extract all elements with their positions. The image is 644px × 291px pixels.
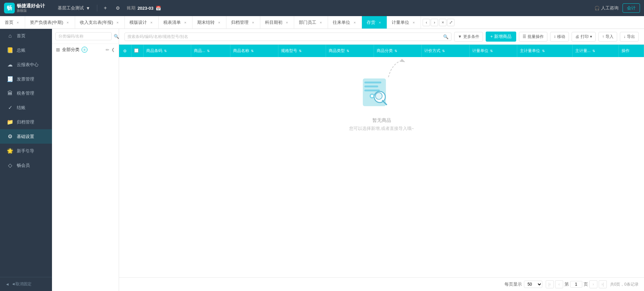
col-code[interactable]: 商品... ⇅	[191, 45, 230, 57]
app-name: 畅捷通好会计	[17, 3, 45, 9]
tab-counterpart-close[interactable]: ×	[352, 20, 357, 25]
sidebar-guide-label: 新手引导	[17, 148, 34, 154]
tab-home-close[interactable]: ×	[15, 20, 20, 25]
sidebar-item-guide[interactable]: 🌟 新手引导	[0, 144, 52, 158]
tab-close-all-button[interactable]: ×	[439, 19, 446, 26]
tab-taxclear-close[interactable]: ×	[183, 20, 187, 25]
tab-archive-label: 归档管理	[231, 19, 249, 26]
sidebar: ⌂ 首页 📒 总账 ☁ 云报表中心 🧾 发票管理 🏛 税务管理 ✓ 结账 📁 归…	[0, 29, 52, 291]
sidebar-item-ledger[interactable]: 📒 总账	[0, 43, 52, 57]
col-spec[interactable]: 规格型号 ⇅	[278, 45, 326, 57]
tab-subject[interactable]: 科目期初 ×	[260, 16, 294, 29]
tab-period-end-close[interactable]: ×	[217, 20, 221, 25]
svg-marker-0	[400, 59, 405, 62]
tab-dept-label: 部门员工	[299, 19, 316, 26]
col-price-method[interactable]: 计价方式 ⇅	[422, 45, 470, 57]
settings-button[interactable]: ⚙	[113, 3, 123, 13]
category-edit-button[interactable]: ✏	[106, 47, 109, 52]
calendar-icon[interactable]: 📅	[156, 6, 161, 11]
category-add-button[interactable]: +	[82, 47, 88, 53]
tab-home-label: 首页	[5, 19, 13, 26]
col-settings[interactable]: ⚙	[119, 45, 131, 57]
col-extra[interactable]: 主计量... ⇅	[572, 45, 619, 57]
batch-ops-button[interactable]: ☰ 批量操作	[519, 32, 547, 42]
category-header-left: ⊞ 全部分类 +	[56, 47, 88, 53]
select-all-checkbox[interactable]	[134, 48, 139, 53]
ai-consult-button[interactable]: 🎧 人工咨询	[594, 5, 619, 11]
tab-template-close[interactable]: ×	[149, 20, 154, 25]
more-filter-label: 更多条件	[463, 34, 479, 40]
export-icon: ↓	[624, 34, 626, 39]
sidebar-item-archive[interactable]: 📁 归档管理	[0, 115, 52, 129]
grid-icon[interactable]: ⊞	[56, 47, 60, 52]
page-prev-button[interactable]: ‹	[555, 280, 563, 288]
product-search-input[interactable]	[127, 34, 441, 39]
add-tab-button[interactable]: +	[101, 4, 109, 12]
tab-inventory[interactable]: 存货 ×	[362, 16, 387, 29]
account-button[interactable]: 会计	[623, 3, 640, 13]
sidebar-item-settle[interactable]: ✓ 结账	[0, 100, 52, 115]
page-last-button[interactable]: ›|	[599, 280, 607, 288]
tab-nav-buttons: ‹ › × ⤢	[421, 19, 456, 26]
sidebar-item-tax[interactable]: 🏛 税务管理	[0, 86, 52, 100]
tab-home[interactable]: 首页 ×	[0, 16, 25, 29]
tab-dept[interactable]: 部门员工 ×	[294, 16, 328, 29]
page-size-selector: 每页显示 50 10 20 100	[504, 281, 542, 288]
col-barcode[interactable]: 商品条码 ⇅	[143, 45, 191, 57]
sidebar-item-member[interactable]: ◇ 畅会员	[0, 158, 52, 173]
category-collapse-button[interactable]: ❮	[111, 47, 115, 52]
tab-template[interactable]: 模版设计 ×	[125, 16, 159, 29]
top-header: 畅 畅捷通好会计 旗舰版 基层工会测试 ▼ + ⚙ 账期 2023-03 📅 🎧…	[0, 0, 644, 16]
import-button[interactable]: ↑ 导入	[598, 32, 617, 42]
tab-archive-close[interactable]: ×	[251, 20, 255, 25]
col-type[interactable]: 商品类型 ⇅	[326, 45, 374, 57]
col-unit[interactable]: 计量单位 ⇅	[469, 45, 517, 57]
tab-inventory-close[interactable]: ×	[377, 20, 382, 25]
company-selector[interactable]: 基层工会测试 ▼	[55, 4, 93, 12]
tab-income-close[interactable]: ×	[115, 20, 120, 25]
pagination-bar: 每页显示 50 10 20 100 |‹ ‹ 第 页	[119, 277, 644, 291]
dropdown-icon: ▼	[86, 6, 90, 11]
app-edition: 旗舰版	[17, 8, 45, 13]
sidebar-item-report[interactable]: ☁ 云报表中心	[0, 57, 52, 72]
tab-next-button[interactable]: ›	[431, 19, 438, 26]
tab-balance-close[interactable]: ×	[65, 20, 70, 25]
tab-dept-close[interactable]: ×	[318, 20, 323, 25]
import-label: 导入	[605, 34, 613, 40]
col-checkbox[interactable]	[131, 45, 143, 57]
add-product-button[interactable]: + 新增商品	[486, 32, 516, 42]
tab-income[interactable]: 收入支出表(年报) ×	[75, 16, 125, 29]
page-size-select[interactable]: 50 10 20 100	[524, 281, 542, 288]
product-search-icon[interactable]: 🔍	[443, 34, 448, 39]
tab-unit-close[interactable]: ×	[411, 20, 416, 25]
move-button[interactable]: ↕ 移动	[550, 32, 569, 42]
tab-subject-close[interactable]: ×	[284, 20, 289, 25]
col-action: 操作	[619, 45, 644, 57]
category-search-input[interactable]	[55, 32, 112, 40]
category-search-button[interactable]: 🔍	[114, 32, 119, 40]
sidebar-unpin-button[interactable]: ◄ ◄取消固定	[0, 277, 52, 291]
sidebar-item-home[interactable]: ⌂ 首页	[0, 29, 52, 43]
sidebar-item-basic[interactable]: ⚙ 基础设置	[0, 129, 52, 144]
tab-expand-button[interactable]: ⤢	[447, 19, 454, 26]
per-page-label: 每页显示	[504, 281, 522, 287]
tab-balance[interactable]: 资产负债表(中期) ×	[25, 16, 75, 29]
page-next-button[interactable]: ›	[589, 280, 597, 288]
tab-prev-button[interactable]: ‹	[423, 19, 430, 26]
export-button[interactable]: ↓ 导出	[620, 32, 639, 42]
tab-counterpart[interactable]: 往来单位 ×	[328, 16, 362, 29]
page-first-button[interactable]: |‹	[546, 280, 554, 288]
page-number-input[interactable]	[570, 281, 582, 288]
tab-unit[interactable]: 计量单位 ×	[387, 16, 421, 29]
col-category[interactable]: 商品分类 ⇅	[374, 45, 422, 57]
all-category-label: 全部分类	[62, 47, 79, 53]
svg-point-9	[371, 95, 373, 97]
tab-archive[interactable]: 归档管理 ×	[226, 16, 260, 29]
col-main-unit[interactable]: 主计量单位 ⇅	[517, 45, 572, 57]
print-button[interactable]: 🖨 打印 ▾	[572, 32, 596, 42]
more-filter-button[interactable]: ▼ 更多条件	[454, 32, 483, 42]
col-name[interactable]: 商品名称 ⇅	[230, 45, 278, 57]
tab-taxclear[interactable]: 税表清单 ×	[159, 16, 193, 29]
tab-period-end[interactable]: 期末结转 ×	[193, 16, 226, 29]
sidebar-item-invoice[interactable]: 🧾 发票管理	[0, 72, 52, 86]
